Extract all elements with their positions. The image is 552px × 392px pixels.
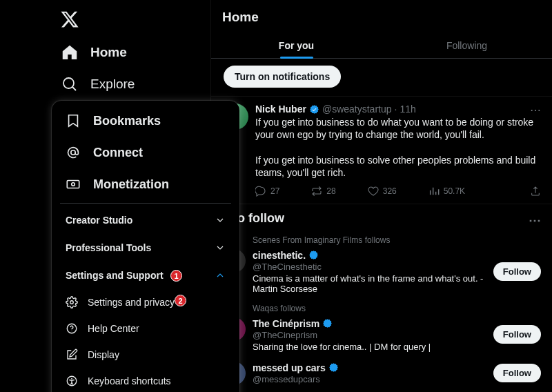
follow-context: Waqas follows (211, 301, 552, 315)
suggestion-handle[interactable]: @TheCinesthetic (253, 262, 486, 272)
like-count: 326 (383, 186, 397, 196)
annotation-1: 1 (170, 270, 182, 282)
retweet-icon (311, 186, 322, 197)
view-count: 50.7K (444, 186, 465, 196)
svg-point-9 (71, 378, 72, 380)
help-icon (66, 322, 78, 335)
dot: · (395, 104, 397, 115)
menu-creator-studio[interactable]: Creator Studio (52, 206, 239, 234)
share-icon (530, 186, 541, 197)
gear-icon (66, 296, 78, 308)
views-button[interactable]: 50.7K (428, 186, 465, 197)
menu-connect-label: Connect (93, 146, 143, 160)
retweet-button[interactable]: 28 (311, 186, 335, 197)
menu-connect[interactable]: Connect (52, 137, 239, 168)
nav-home[interactable]: Home (59, 39, 165, 66)
verified-icon (322, 318, 333, 329)
menu-display[interactable]: Display (52, 342, 239, 368)
more-menu-popover: Bookmarks Connect Monetization Creator S… (52, 101, 239, 392)
menu-professional-tools-label: Professional Tools (66, 242, 151, 253)
menu-bookmarks[interactable]: Bookmarks (52, 105, 239, 137)
tabs: For you Following (211, 32, 552, 59)
suggestion-name[interactable]: messed up cars (253, 362, 326, 373)
heart-icon (368, 186, 379, 197)
menu-help-center[interactable]: Help Center (52, 315, 239, 342)
svg-line-1 (72, 87, 76, 90)
follow-suggestion[interactable]: The Cinéprism @TheCineprism Sharing the … (211, 315, 552, 359)
menu-settings-support[interactable]: Settings and Support 1 (52, 262, 239, 289)
svg-point-4 (72, 183, 75, 186)
reply-button[interactable]: 27 (255, 186, 279, 197)
menu-settings-support-label: Settings and Support (66, 270, 164, 281)
verified-icon (308, 250, 319, 260)
chevron-up-icon (215, 270, 226, 281)
money-icon (66, 177, 81, 192)
menu-display-label: Display (88, 349, 119, 360)
svg-point-7 (72, 331, 72, 331)
follow-button[interactable]: Follow (493, 364, 541, 382)
svg-point-5 (70, 301, 74, 304)
reply-icon (255, 186, 266, 197)
annotation-2: 2 (175, 295, 186, 306)
home-icon (61, 44, 78, 61)
menu-settings-privacy-label: Settings and privacy (88, 297, 175, 308)
svg-point-2 (71, 150, 75, 155)
tweet-author[interactable]: Nick Huber (255, 104, 306, 115)
tweet[interactable]: Nick Huber @sweatystartup · 11h If you g… (211, 96, 552, 204)
search-icon (61, 76, 78, 92)
chevron-down-icon (215, 242, 226, 253)
follow-suggestion[interactable]: cinesthetic. @TheCinesthetic Cinema is a… (211, 246, 552, 301)
suggestion-name[interactable]: cinesthetic. (253, 250, 306, 261)
menu-monetization-label: Monetization (93, 177, 169, 192)
verified-icon (309, 104, 319, 115)
menu-monetization[interactable]: Monetization (52, 168, 239, 200)
tweet-text: If you get into business to do what you … (255, 116, 541, 179)
suggestion-name[interactable]: The Cinéprism (253, 318, 319, 329)
x-logo[interactable] (60, 10, 79, 29)
chevron-down-icon (215, 215, 226, 226)
nav-explore[interactable]: Explore (59, 70, 165, 98)
suggestion-bio: Sharing the love for cinema.. | DM for q… (253, 342, 486, 352)
who-to-follow-title: o to follow ⋯ (211, 204, 552, 233)
like-button[interactable]: 326 (368, 186, 397, 197)
suggestion-bio: Cinema is a matter of what's in the fram… (253, 273, 486, 294)
follow-button[interactable]: Follow (493, 262, 541, 281)
menu-bookmarks-label: Bookmarks (93, 114, 161, 128)
at-icon (66, 145, 81, 160)
svg-point-0 (63, 78, 74, 88)
follow-context: Scenes From Imaginary Films follows (211, 233, 552, 246)
divider (60, 203, 231, 204)
retweet-count: 28 (326, 186, 335, 196)
tab-for-you[interactable]: For you (211, 32, 382, 58)
menu-professional-tools[interactable]: Professional Tools (52, 234, 239, 262)
tweet-handle[interactable]: @sweatystartup (322, 104, 392, 115)
follow-button[interactable]: Follow (493, 325, 541, 344)
menu-creator-studio-label: Creator Studio (66, 215, 132, 226)
suggestion-handle[interactable]: @messedupcars (253, 374, 486, 384)
verified-icon (328, 362, 339, 373)
menu-settings-privacy[interactable]: Settings and privacy 2 (52, 289, 239, 315)
svg-rect-3 (67, 181, 79, 188)
turn-on-notifications-button[interactable]: Turn on notifications (224, 66, 341, 88)
section-more-button[interactable]: ⋯ (529, 213, 542, 228)
follow-suggestion[interactable]: messed up cars @messedupcars Follow (211, 359, 552, 392)
page-title: Home (211, 0, 552, 32)
accessibility-icon (66, 375, 78, 387)
share-button[interactable] (530, 186, 541, 197)
edit-icon (66, 349, 78, 361)
tweet-more-button[interactable]: ⋯ (530, 104, 542, 117)
reply-count: 27 (270, 186, 279, 196)
suggestion-handle[interactable]: @TheCineprism (253, 330, 486, 340)
bookmark-icon (66, 113, 81, 128)
tab-following[interactable]: Following (382, 32, 552, 58)
menu-keyboard-shortcuts[interactable]: Keyboard shortcuts (52, 368, 239, 392)
tweet-time[interactable]: 11h (400, 104, 415, 115)
menu-keyboard-label: Keyboard shortcuts (88, 375, 171, 386)
menu-help-center-label: Help Center (88, 323, 139, 334)
nav-home-label: Home (90, 45, 127, 60)
nav-explore-label: Explore (90, 77, 135, 92)
views-icon (428, 186, 440, 197)
